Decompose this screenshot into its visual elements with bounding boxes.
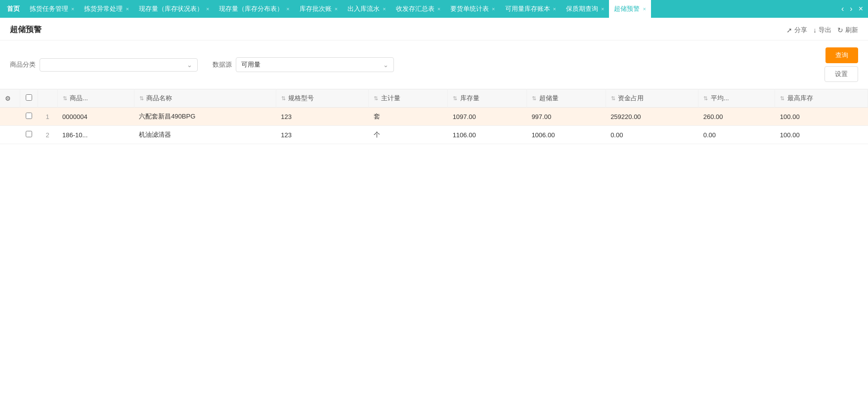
main-content: 超储预警 ➚ 分享 ↓ 导出 ↻ 刷新 商品分类 ⌄ 数据源 [0, 18, 868, 395]
table-row: 2 186-10... 机油滤清器 123 个 1106.00 1006.00 … [0, 126, 868, 144]
row-spec-1: 123 [276, 126, 369, 144]
settings-button[interactable]: 设置 [825, 66, 858, 82]
col-spec[interactable]: ⇅ 规格型号 [276, 89, 369, 108]
share-icon: ➚ [786, 26, 792, 34]
row-checkbox-1[interactable] [20, 126, 38, 144]
close-expiry-query[interactable]: × [601, 6, 604, 12]
select-all-checkbox[interactable] [26, 94, 32, 101]
category-label: 商品分类 [10, 60, 36, 69]
col-goods-code[interactable]: ⇅ 商品... [57, 89, 134, 108]
nav-inventory-dist[interactable]: 现存量（库存分布表） × [214, 0, 294, 18]
row-spec-0: 123 [276, 108, 369, 126]
row-unit-1: 个 [369, 126, 448, 144]
datasource-value: 可用量 [241, 60, 260, 69]
close-batch-account[interactable]: × [335, 6, 338, 12]
row-num-1: 2 [38, 126, 57, 144]
close-pick-task[interactable]: × [71, 6, 74, 12]
right-buttons: 查询 设置 [825, 47, 858, 82]
row-select-1[interactable] [26, 131, 32, 137]
sort-icon: ⇅ [374, 95, 378, 101]
export-icon: ↓ [813, 26, 817, 34]
close-pick-exception[interactable]: × [126, 6, 129, 12]
nav-arrow-close[interactable]: × [856, 4, 866, 13]
nav-summary[interactable]: 收发存汇总表 × [391, 0, 445, 18]
nav-pick-task[interactable]: 拣货任务管理 × [25, 0, 79, 18]
nav-inventory-status[interactable]: 现存量（库存状况表） × [134, 0, 214, 18]
sort-icon: ⇅ [532, 95, 536, 101]
sort-icon: ⇅ [453, 95, 457, 101]
row-unit-0: 套 [369, 108, 448, 126]
nav-pick-exception[interactable]: 拣货异常处理 × [79, 0, 133, 18]
nav-expiry-query[interactable]: 保质期查询 × [561, 0, 609, 18]
gear-icon: ⚙ [5, 95, 11, 102]
col-checkbox-all[interactable] [20, 89, 38, 108]
sort-icon: ⇅ [281, 95, 286, 101]
close-in-out-flow[interactable]: × [383, 6, 386, 12]
datasource-select[interactable]: 可用量 ⌄ [236, 57, 394, 72]
row-capital-1: 0.00 [606, 126, 698, 144]
refresh-button[interactable]: ↻ 刷新 [837, 26, 858, 35]
page-header: 超储预警 ➚ 分享 ↓ 导出 ↻ 刷新 [0, 18, 868, 40]
row-goods-name-1: 机油滤清器 [134, 126, 276, 144]
row-goods-code-0: 0000004 [57, 108, 134, 126]
sort-icon: ⇅ [780, 95, 784, 101]
nav-home[interactable]: 首页 [2, 0, 25, 18]
sort-icon: ⇅ [611, 95, 615, 101]
close-order-stats[interactable]: × [492, 6, 495, 12]
sort-icon: ⇅ [703, 95, 708, 101]
export-button[interactable]: ↓ 导出 [813, 26, 831, 35]
col-gear[interactable]: ⚙ [0, 89, 20, 108]
nav-batch-account[interactable]: 库存批次账 × [295, 0, 343, 18]
row-capital-0: 259220.00 [606, 108, 698, 126]
top-nav: 首页 拣货任务管理 × 拣货异常处理 × 现存量（库存状况表） × 现存量（库存… [0, 0, 868, 18]
nav-in-out-flow[interactable]: 出入库流水 × [343, 0, 391, 18]
col-unit[interactable]: ⇅ 主计量 [369, 89, 448, 108]
row-goods-name-0: 六配套新昌490BPG [134, 108, 276, 126]
category-select[interactable]: ⌄ [40, 58, 198, 72]
row-goods-code-1: 186-10... [57, 126, 134, 144]
sort-icon: ⇅ [63, 95, 67, 101]
page-title: 超储预警 [10, 25, 42, 35]
row-stock-1: 1106.00 [448, 126, 527, 144]
row-select-0[interactable] [26, 113, 32, 119]
row-gear-1 [0, 126, 20, 144]
row-avg-0: 260.00 [698, 108, 775, 126]
sort-icon: ⇅ [139, 95, 144, 101]
col-capital[interactable]: ⇅ 资金占用 [606, 89, 698, 108]
filter-row: 商品分类 ⌄ 数据源 可用量 ⌄ 查询 设置 [0, 40, 868, 89]
row-max-stock-1: 100.00 [775, 126, 868, 144]
nav-available-ledger[interactable]: 可用量库存账本 × [500, 0, 561, 18]
table-row: 1 0000004 六配套新昌490BPG 123 套 1097.00 997.… [0, 108, 868, 126]
col-overstock[interactable]: ⇅ 超储量 [526, 89, 606, 108]
nav-overstock-warning[interactable]: 超储预警 × [609, 0, 651, 18]
close-summary[interactable]: × [437, 6, 440, 12]
row-overstock-0: 997.00 [526, 108, 606, 126]
col-row-num [38, 89, 57, 108]
share-button[interactable]: ➚ 分享 [786, 26, 807, 35]
nav-arrow-right[interactable]: › [847, 4, 855, 13]
data-table: ⚙ ⇅ 商品... ⇅ 商品名称 ⇅ 规格型号 [0, 89, 868, 144]
query-button[interactable]: 查询 [825, 47, 858, 63]
col-max-stock[interactable]: ⇅ 最高库存 [775, 89, 868, 108]
row-num-0: 1 [38, 108, 57, 126]
row-overstock-1: 1006.00 [526, 126, 606, 144]
row-checkbox-0[interactable] [20, 108, 38, 126]
datasource-label: 数据源 [213, 60, 232, 69]
row-avg-1: 0.00 [698, 126, 775, 144]
nav-arrow-left[interactable]: ‹ [838, 4, 847, 13]
category-filter-group: 商品分类 ⌄ [10, 58, 198, 72]
row-max-stock-0: 100.00 [775, 108, 868, 126]
col-stock[interactable]: ⇅ 库存量 [448, 89, 527, 108]
page-actions: ➚ 分享 ↓ 导出 ↻ 刷新 [786, 26, 858, 35]
row-stock-0: 1097.00 [448, 108, 527, 126]
close-inventory-status[interactable]: × [206, 6, 209, 12]
table-header-row: ⚙ ⇅ 商品... ⇅ 商品名称 ⇅ 规格型号 [0, 89, 868, 108]
close-overstock-warning[interactable]: × [643, 6, 646, 12]
refresh-icon: ↻ [837, 26, 843, 34]
col-goods-name[interactable]: ⇅ 商品名称 [134, 89, 276, 108]
nav-order-stats[interactable]: 要货单统计表 × [445, 0, 500, 18]
close-inventory-dist[interactable]: × [286, 6, 289, 12]
col-avg[interactable]: ⇅ 平均... [698, 89, 775, 108]
close-available-ledger[interactable]: × [553, 6, 556, 12]
datasource-chevron-icon: ⌄ [383, 61, 389, 69]
